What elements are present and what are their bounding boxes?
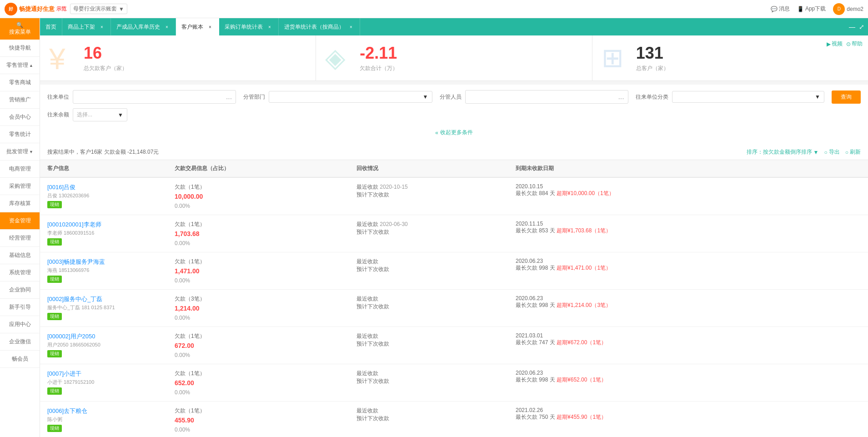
- chevron-down-icon-2: ▼: [29, 150, 33, 154]
- stat-info-debt-customers: 16 总欠款客户（家）: [84, 44, 127, 72]
- sidebar-item-batch-mgmt[interactable]: 批发管理 ▼: [0, 143, 40, 161]
- customer-name-link[interactable]: [0002]服务中心_丁磊: [47, 295, 175, 303]
- customer-name-link[interactable]: [0007]小进干: [47, 370, 175, 378]
- collapse-icon: «: [435, 130, 438, 136]
- tab-products-off[interactable]: 商品上下架 ×: [62, 18, 111, 35]
- sidebar-item-marketing[interactable]: 营销推广: [0, 91, 40, 109]
- video-btn[interactable]: ▶ 视频: [827, 40, 843, 48]
- sidebar-item-finance[interactable]: 资金管理: [0, 212, 40, 230]
- top-bar: 好 畅捷通好生意 示范 母婴行业演示账套 ▼ 💬 消息 📱 App下载 D de…: [0, 0, 868, 18]
- search-icon: 🔍: [4, 22, 36, 28]
- unit-classify-select[interactable]: ▼: [672, 91, 824, 103]
- overdue-link[interactable]: 超期¥1,214.00（3笔）: [557, 302, 611, 308]
- tab-close-stock-stats[interactable]: ×: [348, 24, 354, 30]
- tab-close-customer-account[interactable]: ×: [207, 24, 213, 30]
- table-row: [0006]去下粮仓 陈小粥 现销 欠款（1笔） 455.90 0.00% 最近…: [40, 402, 868, 437]
- main-wrapper: 🔍 搜索菜单 快捷导航 零售管理 ▲ 零售商城 营销推广 会员中心: [0, 18, 868, 437]
- debt-info-cell: 欠款（1笔） 10,000.00 0.00%: [175, 183, 356, 209]
- sidebar-item-vip-member[interactable]: 畅会员: [0, 351, 40, 368]
- due-date-cell: 2020.10.15 最长欠款 884 天 超期¥10,000.00（1笔）: [516, 183, 861, 197]
- stat-card-total-debt: ◈ -2.11 欠款合计（万）: [316, 35, 592, 80]
- tab-close-produce-history[interactable]: ×: [164, 24, 170, 30]
- industry-select[interactable]: 母婴行业演示账套 ▼: [70, 4, 127, 14]
- sidebar-item-basic-info[interactable]: 基础信息: [0, 247, 40, 264]
- col-header-collection: 回收情况: [356, 165, 516, 172]
- sidebar-item-quick-nav[interactable]: 快捷导航: [0, 40, 40, 57]
- customer-name-link[interactable]: [0003]畅捷服务尹海蓝: [47, 258, 175, 266]
- tab-minimize-btn[interactable]: —: [849, 23, 855, 30]
- sidebar-item-enterprise-wechat[interactable]: 企业微信: [0, 333, 40, 351]
- manager-label: 分管人员: [440, 93, 462, 101]
- collection-cell: 最近收款 2020-06-30 预计下次收款: [356, 221, 516, 236]
- source-unit-input[interactable]: ...: [73, 90, 236, 104]
- sidebar-search-btn[interactable]: 🔍 搜索菜单: [0, 18, 40, 40]
- manager-input[interactable]: ...: [465, 90, 628, 104]
- customer-info-cell: [000002]用户2050 用户2050 18665062050 现销: [47, 332, 175, 357]
- collection-cell: 最近收款 预计下次收款: [356, 295, 516, 311]
- export-btn[interactable]: ○ 导出: [824, 148, 840, 156]
- tabs-bar-actions: — ⤢: [845, 23, 868, 30]
- tab-close-products-off[interactable]: ×: [99, 24, 105, 30]
- tab-home[interactable]: 首页: [40, 18, 62, 35]
- total-customers-value: 131: [636, 44, 669, 63]
- customer-name-link[interactable]: [0006]去下粮仓: [47, 407, 175, 415]
- help-btn[interactable]: ⊙ 帮助: [846, 40, 863, 48]
- sidebar-item-app-center[interactable]: 应用中心: [0, 316, 40, 333]
- customer-info-cell: [0016]吕俊 吕俊 13026203696 现销: [47, 183, 175, 208]
- logo-text: 畅捷通好生意: [19, 5, 55, 13]
- overdue-link[interactable]: 超期¥672.00（1笔）: [557, 339, 607, 346]
- sidebar-item-member-center[interactable]: 会员中心: [0, 109, 40, 126]
- sidebar-nav: 快捷导航 零售管理 ▲ 零售商城 营销推广 会员中心 零售统计: [0, 40, 40, 368]
- sidebar-item-ecommerce[interactable]: 电商管理: [0, 161, 40, 178]
- collection-cell: 最近收款 预计下次收款: [356, 332, 516, 348]
- mobile-icon: 📱: [797, 6, 804, 12]
- export-icon: ○: [824, 149, 828, 156]
- total-customers-label: 总客户（家）: [636, 65, 669, 72]
- customer-tag: 现销: [47, 238, 62, 246]
- total-debt-label: 欠款合计（万）: [360, 65, 398, 72]
- balance-select[interactable]: 选择... ▼: [73, 108, 127, 121]
- due-date-cell: 2021.03.01 最长欠款 747 天 超期¥672.00（1笔）: [516, 332, 861, 347]
- customer-name-link[interactable]: [0001020001]李老师: [47, 221, 175, 229]
- tab-produce-history[interactable]: 产成品入库单历史 ×: [111, 18, 176, 35]
- debt-info-cell: 欠款（1笔） 672.00 0.00%: [175, 332, 356, 358]
- sidebar-item-enterprise-collab[interactable]: 企业协同: [0, 281, 40, 299]
- customer-name-link[interactable]: [0016]吕俊: [47, 183, 175, 191]
- overdue-link[interactable]: 超期¥455.90（1笔）: [557, 414, 607, 420]
- top-bar-right: 💬 消息 📱 App下载 D demo2: [771, 3, 863, 15]
- tab-purchase-order[interactable]: 采购订单统计表 ×: [219, 18, 279, 35]
- sidebar-item-retail-mall[interactable]: 零售商城: [0, 74, 40, 91]
- sidebar: 🔍 搜索菜单 快捷导航 零售管理 ▲ 零售商城 营销推广 会员中心: [0, 18, 40, 437]
- sidebar-item-operation[interactable]: 经营管理: [0, 230, 40, 247]
- sidebar-item-retail-stats[interactable]: 零售统计: [0, 126, 40, 143]
- tab-stock-stats[interactable]: 进货单统计表（按商品） ×: [279, 18, 360, 35]
- query-button[interactable]: 查询: [832, 90, 861, 104]
- overdue-link[interactable]: 超期¥10,000.00（1笔）: [557, 190, 614, 196]
- customer-tag: 现销: [47, 387, 62, 395]
- filter-manager: 分管人员 ...: [440, 90, 628, 104]
- results-bar: 搜索结果中，客户16家 欠款金额 -21,148.07元 排序：按欠款金额倒序排…: [40, 145, 868, 160]
- overdue-link[interactable]: 超期¥1,703.68（1笔）: [557, 227, 611, 234]
- tab-close-purchase-order[interactable]: ×: [266, 24, 273, 30]
- industry-arrow: ▼: [119, 6, 124, 12]
- sidebar-item-system[interactable]: 系统管理: [0, 264, 40, 281]
- message-btn[interactable]: 💬 消息: [771, 5, 790, 13]
- sidebar-item-new-guide[interactable]: 新手引导: [0, 299, 40, 316]
- overdue-link[interactable]: 超期¥1,471.00（1笔）: [557, 265, 611, 271]
- user-area[interactable]: D demo2: [833, 3, 863, 15]
- dept-select[interactable]: ▼: [269, 91, 432, 103]
- tab-expand-btn[interactable]: ⤢: [859, 23, 864, 30]
- sidebar-item-inventory[interactable]: 库存核算: [0, 195, 40, 212]
- tab-customer-account[interactable]: 客户账本 ×: [176, 18, 219, 35]
- app-download-btn[interactable]: 📱 App下载: [797, 5, 826, 13]
- filter-row-1: 往来单位 ... 分管部门 ▼: [47, 90, 861, 104]
- collapse-filter-btn[interactable]: « 收起更多条件: [47, 126, 861, 139]
- customer-name-link[interactable]: [000002]用户2050: [47, 332, 175, 341]
- overdue-link[interactable]: 超期¥652.00（1笔）: [557, 377, 607, 383]
- sidebar-item-purchase-mgmt[interactable]: 采购管理: [0, 178, 40, 195]
- table-row: [0016]吕俊 吕俊 13026203696 现销 欠款（1笔） 10,000…: [40, 178, 868, 215]
- customer-info-cell: [0003]畅捷服务尹海蓝 海燕 18513066976 现销: [47, 258, 175, 283]
- debt-info-cell: 欠款（1笔） 1,703.68 0.00%: [175, 221, 356, 246]
- refresh-btn[interactable]: ○ 刷新: [845, 148, 861, 156]
- sidebar-item-retail-mgmt[interactable]: 零售管理 ▲: [0, 57, 40, 74]
